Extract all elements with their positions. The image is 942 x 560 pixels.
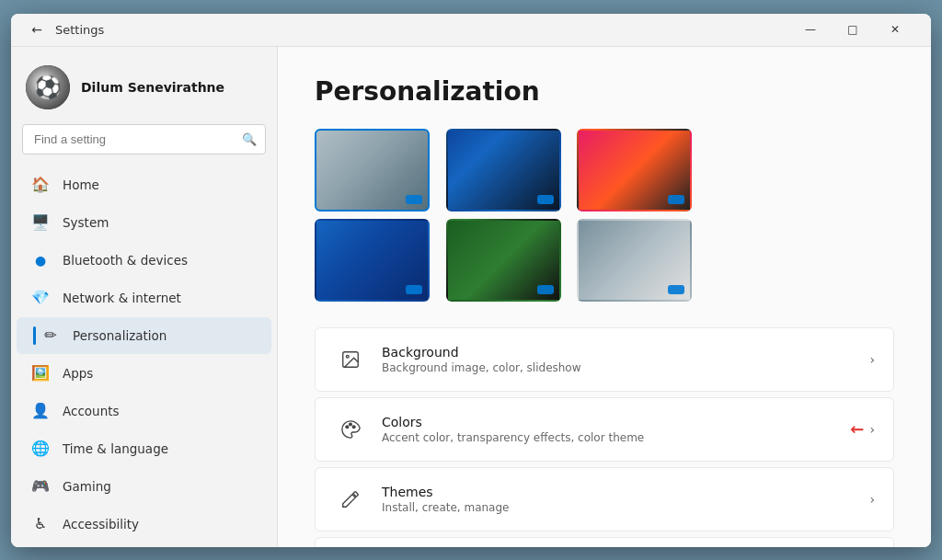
theme-grid bbox=[315, 129, 701, 302]
search-icon: 🔍 bbox=[242, 132, 257, 146]
nav-list: 🏠 Home 🖥️ System ● Bluetooth & devices 💎… bbox=[11, 166, 277, 543]
sidebar-item-bluetooth[interactable]: ● Bluetooth & devices bbox=[17, 242, 271, 279]
sidebar-item-accounts[interactable]: 👤 Accounts bbox=[17, 393, 271, 429]
themes-title: Themes bbox=[382, 485, 855, 499]
settings-list: Background Background image, color, slid… bbox=[315, 327, 894, 547]
theme-dot-1 bbox=[406, 195, 422, 204]
minimize-button[interactable]: — bbox=[789, 14, 832, 47]
sidebar-item-network[interactable]: 💎 Network & internet bbox=[17, 280, 271, 316]
active-indicator bbox=[33, 326, 36, 345]
theme-dot-5 bbox=[537, 285, 554, 294]
settings-item-colors[interactable]: Colors Accent color, transparency effect… bbox=[315, 397, 894, 462]
sidebar-item-accounts-label: Accounts bbox=[63, 404, 257, 418]
themes-desc: Install, create, manage bbox=[382, 501, 855, 514]
theme-dot-6 bbox=[668, 285, 684, 294]
bluetooth-icon: ● bbox=[31, 251, 50, 269]
window-controls: — □ ✕ bbox=[789, 14, 916, 47]
theme-card-1[interactable] bbox=[315, 129, 430, 211]
network-icon: 💎 bbox=[31, 289, 50, 307]
svg-point-2 bbox=[346, 425, 349, 428]
gaming-icon: 🎮 bbox=[31, 477, 50, 496]
settings-window: ← Settings — □ ✕ ⚽ Dilum Senevirathne 🔍 bbox=[11, 14, 931, 547]
search-box: 🔍 bbox=[22, 124, 266, 154]
svg-point-4 bbox=[352, 425, 355, 428]
sidebar-item-accessibility[interactable]: ♿ Accessibility bbox=[17, 506, 271, 543]
theme-card-2[interactable] bbox=[446, 129, 561, 211]
theme-card-6-inner bbox=[579, 221, 690, 300]
sidebar-item-system-label: System bbox=[63, 215, 257, 230]
sidebar-item-network-label: Network & internet bbox=[63, 291, 257, 305]
avatar-image: ⚽ bbox=[26, 65, 70, 109]
themes-icon bbox=[334, 483, 367, 516]
theme-dot-3 bbox=[668, 195, 684, 204]
sidebar-item-personalization-label: Personalization bbox=[73, 328, 257, 343]
personalization-icon: ✏️ bbox=[41, 326, 60, 345]
red-arrow-indicator: ← bbox=[850, 419, 864, 439]
sidebar-item-gaming-label: Gaming bbox=[63, 479, 257, 494]
search-input[interactable] bbox=[22, 124, 266, 154]
system-icon: 🖥️ bbox=[31, 213, 50, 232]
settings-item-dynamic-lighting[interactable]: Dynamic Lighting Connected devices, effe… bbox=[315, 537, 894, 547]
settings-item-background[interactable]: Background Background image, color, slid… bbox=[315, 327, 894, 392]
sidebar-item-apps[interactable]: 🖼️ Apps bbox=[17, 355, 271, 392]
colors-icon bbox=[334, 413, 367, 446]
sidebar-item-home[interactable]: 🏠 Home bbox=[17, 166, 271, 203]
colors-text: Colors Accent color, transparency effect… bbox=[382, 415, 835, 444]
theme-card-5[interactable] bbox=[446, 219, 561, 302]
theme-dot-4 bbox=[406, 285, 422, 294]
sidebar-item-time[interactable]: 🌐 Time & language bbox=[17, 430, 271, 467]
theme-card-3[interactable] bbox=[577, 129, 692, 211]
sidebar-item-apps-label: Apps bbox=[63, 366, 257, 381]
themes-chevron: › bbox=[869, 492, 875, 507]
main-content: Personalization bbox=[278, 47, 931, 547]
background-chevron: › bbox=[869, 352, 875, 367]
main-wrapper: Personalization bbox=[278, 47, 931, 547]
theme-card-2-inner bbox=[448, 131, 559, 210]
user-profile[interactable]: ⚽ Dilum Senevirathne bbox=[11, 47, 277, 124]
colors-arrow-group: ← › bbox=[850, 419, 875, 439]
sidebar-item-system[interactable]: 🖥️ System bbox=[17, 204, 271, 241]
sidebar-item-home-label: Home bbox=[63, 177, 257, 192]
apps-icon: 🖼️ bbox=[31, 364, 50, 383]
background-title: Background bbox=[382, 345, 855, 360]
back-button[interactable]: ← bbox=[26, 18, 48, 40]
sidebar-item-time-label: Time & language bbox=[63, 441, 257, 456]
titlebar: ← Settings — □ ✕ bbox=[11, 14, 931, 47]
sidebar-item-personalization[interactable]: ✏️ Personalization bbox=[17, 317, 271, 354]
themes-text: Themes Install, create, manage bbox=[382, 485, 855, 514]
theme-card-1-inner bbox=[316, 131, 428, 210]
page-title: Personalization bbox=[315, 76, 894, 107]
sidebar-item-gaming[interactable]: 🎮 Gaming bbox=[17, 468, 271, 505]
settings-item-themes[interactable]: Themes Install, create, manage › bbox=[315, 467, 894, 531]
accessibility-icon: ♿ bbox=[31, 515, 50, 533]
colors-chevron: › bbox=[869, 422, 875, 437]
theme-dot-2 bbox=[537, 195, 554, 204]
accounts-icon: 👤 bbox=[31, 402, 50, 420]
close-button[interactable]: ✕ bbox=[874, 14, 916, 47]
background-desc: Background image, color, slideshow bbox=[382, 361, 855, 374]
home-icon: 🏠 bbox=[31, 176, 50, 194]
sidebar-item-bluetooth-label: Bluetooth & devices bbox=[63, 253, 257, 268]
sidebar: ⚽ Dilum Senevirathne 🔍 🏠 Home 🖥️ System bbox=[11, 47, 278, 547]
colors-desc: Accent color, transparency effects, colo… bbox=[382, 431, 835, 444]
content-area: ⚽ Dilum Senevirathne 🔍 🏠 Home 🖥️ System bbox=[11, 47, 931, 547]
avatar: ⚽ bbox=[26, 65, 70, 109]
window-title: Settings bbox=[55, 23, 789, 37]
theme-card-4[interactable] bbox=[315, 219, 430, 302]
time-icon: 🌐 bbox=[31, 440, 50, 458]
theme-card-4-inner bbox=[316, 221, 428, 300]
background-icon bbox=[334, 343, 367, 376]
svg-point-1 bbox=[346, 355, 349, 358]
user-name: Dilum Senevirathne bbox=[81, 80, 224, 95]
sidebar-item-accessibility-label: Accessibility bbox=[63, 517, 257, 531]
theme-card-5-inner bbox=[448, 221, 559, 300]
theme-card-6[interactable] bbox=[577, 219, 692, 302]
svg-point-3 bbox=[350, 423, 352, 426]
theme-card-3-inner bbox=[579, 131, 690, 210]
maximize-button[interactable]: □ bbox=[832, 14, 874, 47]
colors-title: Colors bbox=[382, 415, 835, 429]
background-text: Background Background image, color, slid… bbox=[382, 345, 855, 374]
